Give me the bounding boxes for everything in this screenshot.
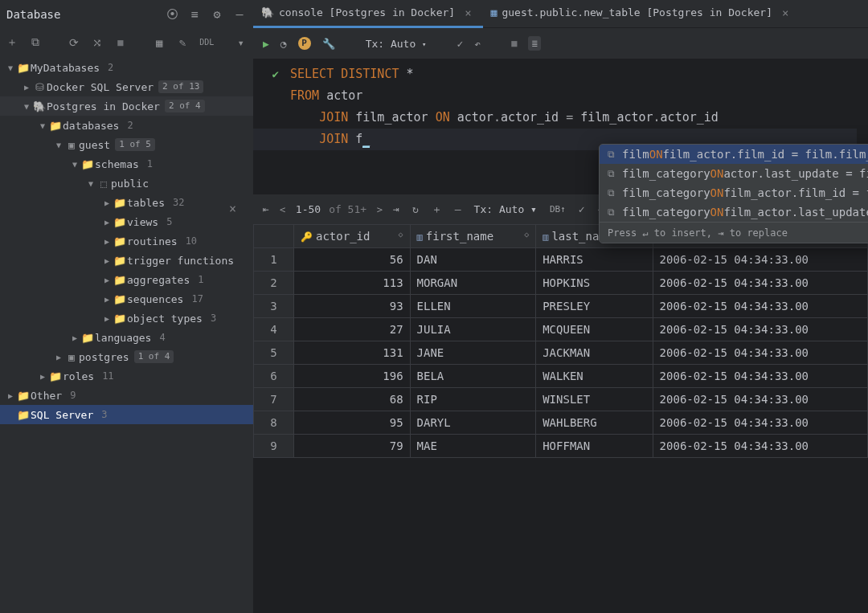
cell[interactable]: 56: [294, 248, 411, 272]
cell[interactable]: 2006-02-15 04:34:33.00: [653, 318, 867, 341]
column-header-first_name[interactable]: ▥first_name ◇: [410, 225, 536, 248]
autocomplete-item[interactable]: ⧉film_category ON film_actor.film_id = f…: [600, 183, 868, 202]
sql-editor[interactable]: ✔SELECT DISTINCT *FROM actor JOIN film_a…: [253, 59, 868, 155]
table-row[interactable]: 156DANHARRIS2006-02-15 04:34:33.00: [254, 248, 868, 272]
code-line[interactable]: ✔SELECT DISTINCT *: [253, 63, 857, 85]
code-line[interactable]: JOIN film_actor ON actor.actor_id = film…: [253, 107, 857, 129]
cell[interactable]: HOPKINS: [536, 272, 653, 295]
cell[interactable]: 2006-02-15 04:34:33.00: [653, 341, 867, 365]
expand-icon[interactable]: ▶: [5, 391, 16, 400]
history-icon[interactable]: ◔: [280, 38, 287, 50]
cell[interactable]: PRESLEY: [536, 295, 653, 318]
expand-icon[interactable]: ▶: [101, 198, 113, 207]
cell[interactable]: 196: [294, 365, 411, 388]
cell[interactable]: MAE: [410, 435, 536, 458]
expand-icon[interactable]: ▼: [37, 121, 48, 130]
table-icon[interactable]: ▦: [154, 36, 166, 49]
tree-item-sequences[interactable]: ▶📁sequences17: [0, 289, 253, 309]
tree-item-postgres-in-docker[interactable]: ▼🐘Postgres in Docker2 of 4: [0, 96, 253, 116]
settings-icon[interactable]: ⚙: [210, 7, 224, 22]
expand-icon[interactable]: ▼: [53, 141, 64, 149]
next-page-icon[interactable]: ＞: [375, 202, 385, 217]
cell[interactable]: HARRIS: [536, 248, 653, 272]
tree-item-postgres[interactable]: ▶▣postgres1 of 4: [0, 347, 253, 366]
minimize-icon[interactable]: —: [232, 7, 247, 22]
table-row[interactable]: 2113MORGANHOPKINS2006-02-15 04:34:33.00: [254, 272, 868, 295]
tree-item-tables[interactable]: ▶📁tables32: [0, 193, 253, 212]
cell[interactable]: HOFFMAN: [536, 435, 653, 458]
expand-icon[interactable]: ▶: [101, 295, 113, 304]
table-row[interactable]: 979MAEHOFFMAN2006-02-15 04:34:33.00: [254, 435, 868, 458]
database-tree[interactable]: ▼📁MyDatabases2▶⛁Docker SQL Server2 of 13…: [0, 56, 253, 613]
autocomplete-item[interactable]: ⧉film_category ON film_actor.last_update…: [600, 202, 868, 222]
add-icon[interactable]: ＋: [6, 35, 18, 50]
expand-icon[interactable]: ▼: [5, 63, 16, 72]
tree-item-sql-server[interactable]: 📁SQL Server3: [0, 405, 253, 424]
query-icon[interactable]: ⤭: [92, 36, 104, 49]
first-page-icon[interactable]: ⇤: [263, 203, 269, 215]
table-row[interactable]: 768RIPWINSLET2006-02-15 04:34:33.00: [254, 388, 868, 411]
expand-icon[interactable]: ▶: [101, 276, 113, 284]
cell[interactable]: JULIA: [410, 318, 536, 341]
cell[interactable]: 27: [294, 318, 411, 341]
cell[interactable]: 2006-02-15 04:34:33.00: [653, 365, 867, 388]
last-page-icon[interactable]: ⇥: [393, 203, 399, 215]
cell[interactable]: 2006-02-15 04:34:33.00: [653, 435, 867, 458]
column-header-actor_id[interactable]: 🔑actor_id ◇: [294, 225, 411, 248]
cell[interactable]: BELA: [410, 365, 536, 388]
stop-icon[interactable]: ■: [115, 37, 127, 48]
tree-item-routines[interactable]: ▶📁routines10: [0, 231, 253, 251]
cell[interactable]: 68: [294, 388, 411, 411]
table-row[interactable]: 5131JANEJACKMAN2006-02-15 04:34:33.00: [254, 341, 868, 365]
tree-item-public[interactable]: ▼⬚public: [0, 174, 253, 193]
cell[interactable]: 2006-02-15 04:34:33.00: [653, 388, 867, 411]
tx-mode[interactable]: Tx: Auto ▾: [366, 38, 427, 50]
editor-tab[interactable]: ▦guest.public.new_table [Postgres in Doc…: [483, 0, 800, 28]
expand-icon[interactable]: ▼: [85, 179, 96, 188]
delete-row-icon[interactable]: —: [455, 203, 461, 215]
autocomplete-popup[interactable]: ⧉film ON film_actor.film_id = film.film_…: [599, 144, 868, 243]
prev-page-icon[interactable]: ＜: [277, 202, 288, 217]
cell[interactable]: 2006-02-15 04:34:33.00: [653, 272, 867, 295]
cell[interactable]: WALKEN: [536, 365, 653, 388]
cell[interactable]: MCQUEEN: [536, 318, 653, 341]
reload-icon[interactable]: ↻: [412, 203, 419, 215]
expand-icon[interactable]: ▶: [21, 83, 32, 92]
tree-item-languages[interactable]: ▶📁languages4: [0, 328, 253, 347]
sort-icon[interactable]: ◇: [524, 230, 529, 239]
expand-icon[interactable]: ▼: [69, 160, 80, 169]
table-row[interactable]: 427JULIAMCQUEEN2006-02-15 04:34:33.00: [254, 318, 868, 341]
expand-icon[interactable]: ▶: [101, 237, 113, 246]
tab-close-icon[interactable]: ×: [465, 6, 471, 19]
copy-icon[interactable]: ⧉: [30, 35, 42, 49]
cancel-icon[interactable]: ■: [511, 38, 517, 49]
apply-icon[interactable]: ✓: [579, 203, 585, 215]
sort-icon[interactable]: ◇: [399, 230, 403, 239]
expand-icon[interactable]: ▶: [69, 333, 80, 342]
cell[interactable]: 113: [294, 272, 411, 295]
ddl-icon[interactable]: DDL: [199, 38, 212, 47]
rollback-icon[interactable]: ↶: [474, 38, 481, 50]
table-row[interactable]: 895DARYLWAHLBERG2006-02-15 04:34:33.00: [254, 411, 868, 435]
expand-icon[interactable]: ▶: [101, 314, 113, 323]
target-icon[interactable]: ⦿: [165, 7, 179, 22]
cell[interactable]: ELLEN: [410, 295, 536, 318]
cell[interactable]: 131: [294, 341, 411, 365]
cell[interactable]: JACKMAN: [536, 341, 653, 365]
expand-icon[interactable]: ▼: [21, 102, 32, 111]
tree-item-other[interactable]: ▶📁Other9: [0, 386, 253, 405]
autocomplete-item[interactable]: ⧉film ON film_actor.film_id = film.film_…: [600, 145, 868, 164]
cell[interactable]: 95: [294, 411, 411, 435]
run-icon[interactable]: ▶: [263, 38, 269, 50]
edit-icon[interactable]: ✎: [177, 36, 189, 49]
results-grid[interactable]: 🔑actor_id ◇▥first_name ◇▥last_name ◇▥las…: [253, 224, 868, 613]
cell[interactable]: 93: [294, 295, 411, 318]
cell[interactable]: JANE: [410, 341, 536, 365]
tree-item-schemas[interactable]: ▼📁schemas1: [0, 154, 253, 174]
cell[interactable]: 79: [294, 435, 411, 458]
code-line[interactable]: FROM actor: [253, 85, 857, 107]
start-tx-icon[interactable]: P: [298, 37, 311, 50]
table-row[interactable]: 393ELLENPRESLEY2006-02-15 04:34:33.00: [254, 295, 868, 318]
submit-icon[interactable]: DB↑: [550, 204, 566, 215]
expand-icon[interactable]: ▶: [101, 256, 113, 265]
